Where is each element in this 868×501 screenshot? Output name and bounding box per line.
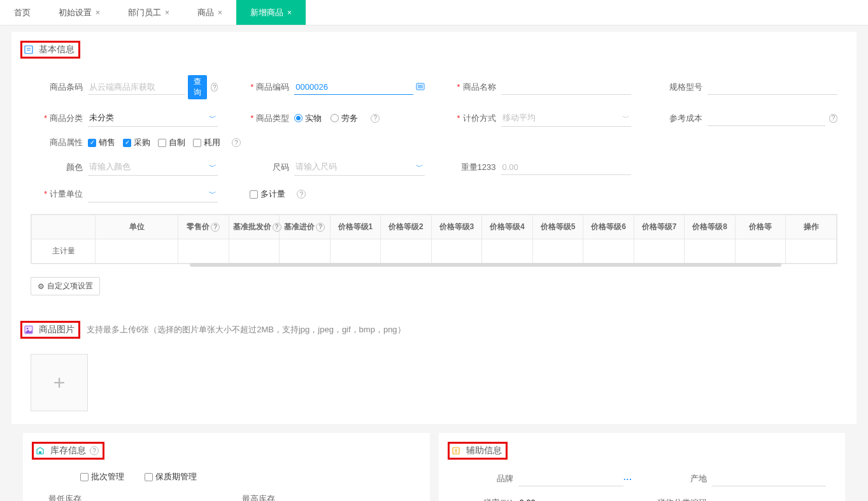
field-category: 商品分类 未分类 ﹀ <box>31 109 218 127</box>
field-multi-unit: 多计量 ? <box>237 186 424 202</box>
image-uploader[interactable]: + <box>31 354 88 411</box>
radio-physical[interactable]: 实物 <box>294 113 322 124</box>
chevron-down-icon: ﹀ <box>209 162 217 173</box>
price-col-header: 价格等级4 <box>482 215 533 239</box>
weight-input[interactable] <box>501 160 631 175</box>
field-type: 商品类型 实物 劳务 ? <box>237 109 424 127</box>
price-cell[interactable] <box>583 239 634 264</box>
field-min-stock: 最低库存 <box>42 491 217 501</box>
price-cell[interactable] <box>280 239 331 264</box>
ref-cost-input[interactable] <box>708 111 825 126</box>
horizontal-scrollbar[interactable] <box>190 263 781 267</box>
price-cell[interactable] <box>482 239 533 264</box>
basic-info-card: 基本信息 商品条码 查询 ? 商品编码 <box>11 32 857 424</box>
price-cell[interactable] <box>735 239 786 264</box>
price-cell[interactable] <box>634 239 685 264</box>
size-select[interactable]: 请输入尺码 ﹀ <box>294 159 424 176</box>
custom-fields-button[interactable]: ⚙ 自定义项设置 <box>31 277 100 295</box>
highlight-box: 商品图片 <box>20 321 80 339</box>
color-select[interactable]: 请输入颜色 ﹀ <box>88 159 218 176</box>
price-col-header <box>32 215 96 239</box>
pricing-select[interactable]: 移动平均 ﹀ <box>501 109 631 127</box>
highlight-box: 库存信息 ? <box>32 442 104 460</box>
tab-init-settings[interactable]: 初始设置× <box>45 0 114 25</box>
chevron-down-icon: ﹀ <box>209 113 217 123</box>
unit-select[interactable]: ﹀ <box>88 186 218 202</box>
help-icon[interactable]: ? <box>273 223 281 232</box>
help-icon[interactable]: ? <box>829 114 837 123</box>
price-col-header: 价格等级6 <box>583 215 634 239</box>
chk-selfmade[interactable]: 自制 <box>158 137 185 148</box>
chk-consume[interactable]: 耗用 <box>193 137 220 148</box>
help-icon[interactable]: ? <box>316 223 325 232</box>
price-cell[interactable] <box>96 239 178 264</box>
tab-dept-staff[interactable]: 部门员工× <box>114 0 183 25</box>
tab-add-product[interactable]: 新增商品× <box>236 0 306 25</box>
chk-shelf-life[interactable]: 保质期管理 <box>145 471 197 483</box>
query-button[interactable]: 查询 <box>188 75 207 99</box>
tax-code-input[interactable] <box>712 495 826 501</box>
price-cell[interactable] <box>786 239 837 264</box>
close-icon[interactable]: × <box>96 8 100 17</box>
max-stock-input[interactable] <box>280 491 410 501</box>
field-max-stock: 最高库存 <box>236 491 410 501</box>
aux-info-card: 辅助信息 品牌 ··· 产地 税率(%) <box>439 433 846 501</box>
price-cell[interactable] <box>431 239 482 264</box>
spec-input[interactable] <box>708 80 837 95</box>
inventory-icon <box>35 446 45 456</box>
chk-purchase[interactable]: 采购 <box>123 137 150 148</box>
price-col-header: 价格等级8 <box>685 215 736 239</box>
close-icon[interactable]: × <box>287 8 292 17</box>
price-cell[interactable] <box>685 239 736 264</box>
origin-input[interactable] <box>712 471 826 486</box>
form-icon <box>24 45 34 55</box>
min-stock-input[interactable] <box>87 491 217 501</box>
aux-icon <box>451 446 461 456</box>
lookup-icon[interactable]: ··· <box>623 474 632 484</box>
field-weight: 重量1233 <box>444 159 631 176</box>
highlight-box: 辅助信息 <box>448 442 508 460</box>
price-cell[interactable] <box>178 239 229 264</box>
price-col-header: 操作 <box>786 215 837 239</box>
price-cell[interactable] <box>532 239 583 264</box>
svg-rect-11 <box>39 451 41 454</box>
price-col-header: 价格等级7 <box>634 215 685 239</box>
barcode-input[interactable] <box>88 80 185 95</box>
field-color: 颜色 请输入颜色 ﹀ <box>31 159 218 176</box>
brand-input[interactable] <box>518 471 623 486</box>
chevron-down-icon: ﹀ <box>416 162 423 173</box>
help-icon[interactable]: ? <box>211 83 218 92</box>
tax-rate-input[interactable] <box>518 495 632 501</box>
price-col-header: 基准进价? <box>280 215 331 239</box>
close-icon[interactable]: × <box>218 8 222 17</box>
price-cell[interactable] <box>330 239 381 264</box>
code-input[interactable] <box>294 80 413 95</box>
category-select[interactable]: 未分类 ﹀ <box>88 109 218 127</box>
chk-batch[interactable]: 批次管理 <box>80 471 124 483</box>
price-cell[interactable] <box>229 239 280 264</box>
close-icon[interactable]: × <box>165 8 169 17</box>
help-icon[interactable]: ? <box>371 114 380 123</box>
name-input[interactable] <box>501 80 631 95</box>
help-icon[interactable]: ? <box>211 223 220 232</box>
tab-home[interactable]: 首页 <box>0 0 45 25</box>
field-origin: 产地 <box>651 471 826 486</box>
help-icon[interactable]: ? <box>297 190 306 199</box>
help-icon[interactable]: ? <box>232 138 241 147</box>
tab-products[interactable]: 商品× <box>183 0 236 25</box>
field-brand: 品牌 ··· <box>458 471 632 486</box>
price-cell[interactable] <box>381 239 432 264</box>
barcode-icon[interactable] <box>416 82 425 93</box>
chk-sale[interactable]: 销售 <box>88 137 115 148</box>
highlight-box: 基本信息 <box>20 41 80 59</box>
svg-rect-0 <box>25 46 32 53</box>
chk-multi-unit[interactable]: 多计量 <box>250 188 285 200</box>
help-icon[interactable]: ? <box>90 446 99 455</box>
upload-hint: 支持最多上传6张（选择的图片单张大小不超过2MB，支持jpg，jpeg，gif，… <box>87 324 406 335</box>
section-title: 基本信息 <box>39 44 75 55</box>
radio-service[interactable]: 劳务 <box>331 113 358 124</box>
chevron-down-icon: ﹀ <box>209 188 217 199</box>
price-col-header: 零售价? <box>178 215 229 239</box>
field-spec: 规格型号 <box>650 75 837 99</box>
tab-bar: 首页 初始设置× 部门员工× 商品× 新增商品× <box>0 0 868 25</box>
